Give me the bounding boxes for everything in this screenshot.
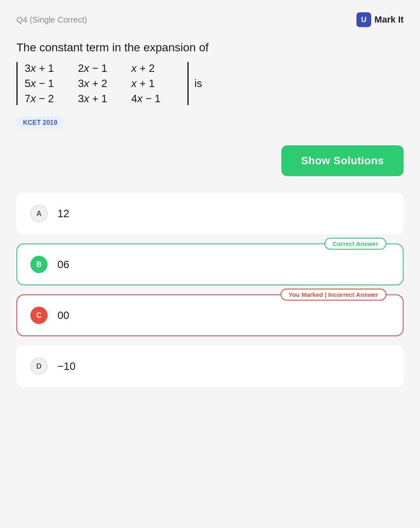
is-suffix: is	[194, 77, 202, 90]
bracket-right	[183, 62, 189, 105]
option-b-value: 06	[57, 258, 69, 271]
options-container: A 12 Correct Answer B 06 You Marked | In…	[16, 193, 404, 396]
option-c-label: C	[30, 307, 48, 324]
cell-1-1: 3x + 1	[25, 62, 78, 75]
question-type-label: Q4 (Single Correct)	[16, 15, 87, 25]
mark-it-icon: U	[356, 12, 371, 27]
cell-3-3: 4x − 1	[131, 92, 180, 105]
mark-it-label: Mark It	[374, 14, 404, 25]
option-a-value: 12	[57, 207, 69, 220]
cell-1-2: 2x − 1	[78, 62, 131, 75]
show-solutions-button[interactable]: Show Solutions	[281, 145, 404, 176]
incorrect-answer-badge: You Marked | Incorrect Answer	[281, 289, 386, 301]
header-row: Q4 (Single Correct) U Mark It	[16, 12, 404, 27]
matrix-rows: 3x + 1 2x − 1 x + 2 5x − 1 3x + 2 x + 1 …	[25, 62, 180, 105]
mark-it-button[interactable]: U Mark It	[356, 12, 404, 27]
tag-badge: KCET 2019	[16, 117, 64, 129]
cell-3-2: 3x + 1	[78, 92, 131, 105]
matrix-row-3: 7x − 2 3x + 1 4x − 1	[25, 92, 180, 105]
show-solutions-row: Show Solutions	[16, 145, 404, 176]
option-a-label: A	[30, 205, 48, 222]
matrix-row-2: 5x − 1 3x + 2 x + 1	[25, 77, 180, 90]
option-b-card[interactable]: Correct Answer B 06	[16, 243, 404, 285]
option-d-label: D	[30, 358, 48, 375]
determinant-container: 3x + 1 2x − 1 x + 2 5x − 1 3x + 2 x + 1 …	[16, 62, 404, 105]
cell-2-3: x + 1	[131, 77, 180, 90]
option-b-label: B	[30, 256, 48, 273]
question-text: The constant term in the expansion of	[16, 39, 404, 55]
cell-2-2: 3x + 2	[78, 77, 131, 90]
matrix-row-1: 3x + 1 2x − 1 x + 2	[25, 62, 180, 75]
correct-answer-badge: Correct Answer	[324, 238, 386, 250]
bracket-left	[16, 62, 22, 105]
option-a-card[interactable]: A 12	[16, 193, 404, 234]
matrix-bracket: 3x + 1 2x − 1 x + 2 5x − 1 3x + 2 x + 1 …	[16, 62, 189, 105]
cell-1-3: x + 2	[131, 62, 180, 75]
option-d-value: −10	[57, 360, 75, 373]
cell-3-1: 7x − 2	[25, 92, 78, 105]
option-c-card[interactable]: You Marked | Incorrect Answer C 00	[16, 294, 404, 336]
option-c-value: 00	[57, 309, 69, 322]
cell-2-1: 5x − 1	[25, 77, 78, 90]
option-d-card[interactable]: D −10	[16, 345, 404, 387]
